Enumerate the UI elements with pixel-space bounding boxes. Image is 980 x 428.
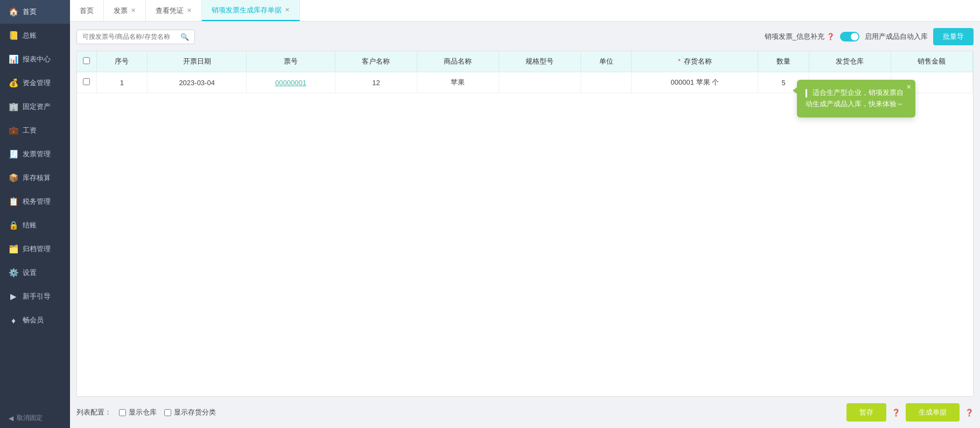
th-product: 商品名称	[417, 51, 499, 72]
td-checkbox	[77, 72, 96, 93]
tab-home[interactable]: 首页	[70, 0, 104, 21]
th-amount: 销售金额	[891, 51, 972, 72]
toolbar: 🔍 销项发票_信息补充 ❓ 启用产成品自动入库 批量导	[76, 28, 974, 45]
main-area: 首页 发票 ✕ 查看凭证 ✕ 销项发票生成库存单据 ✕ 🔍	[70, 0, 980, 428]
tab-stock-close[interactable]: ✕	[285, 6, 290, 13]
payroll-icon: 💼	[9, 126, 18, 135]
search-input[interactable]	[82, 33, 177, 40]
tooltip-close-button[interactable]: ×	[907, 83, 911, 91]
save-help-icon[interactable]: ❓	[892, 409, 900, 417]
sidebar-item-ledger[interactable]: 📒 总账	[0, 24, 70, 47]
sidebar-item-invoice[interactable]: 🧾 发票管理	[0, 142, 70, 166]
inventory-icon: 📦	[9, 173, 18, 183]
tab-invoice[interactable]: 发票 ✕	[104, 0, 146, 21]
tab-invoice-label: 发票	[114, 6, 128, 16]
td-stock: 000001 苹果 个	[632, 72, 758, 93]
sidebar-item-label: 税务管理	[23, 197, 51, 206]
td-unit	[580, 72, 632, 93]
save-button[interactable]: 暂存	[846, 403, 886, 422]
th-stock: * 存货名称	[632, 51, 758, 72]
member-icon: ♦	[9, 316, 18, 325]
sidebar-item-tax[interactable]: 📋 税务管理	[0, 190, 70, 213]
show-category-checkbox[interactable]	[164, 409, 171, 416]
show-category-label[interactable]: 显示存货分类	[164, 408, 216, 417]
generate-help-icon[interactable]: ❓	[965, 409, 974, 417]
toggle-indicator	[806, 89, 807, 98]
th-number: 票号	[247, 51, 335, 72]
content-area: 🔍 销项发票_信息补充 ❓ 启用产成品自动入库 批量导	[70, 22, 980, 428]
th-seq: 序号	[96, 51, 148, 72]
show-category-text: 显示存货分类	[174, 408, 216, 417]
tab-voucher[interactable]: 查看凭证 ✕	[146, 0, 202, 21]
td-spec	[499, 72, 580, 93]
generate-button[interactable]: 生成单据	[906, 403, 960, 422]
tooltip-popup: × 适合生产型企业，销项发票自动生成产成品入库，快来体验～	[797, 80, 915, 118]
sidebar-item-home[interactable]: 🏠 首页	[0, 0, 70, 24]
sidebar-item-label: 结账	[23, 220, 37, 230]
tax-icon: 📋	[9, 197, 18, 206]
toolbar-right: 销项发票_信息补充 ❓ 启用产成品自动入库 批量导	[765, 28, 974, 45]
row-checkbox[interactable]	[83, 78, 90, 85]
help-icon[interactable]: ❓	[827, 33, 835, 40]
sidebar-item-label: 资金管理	[23, 78, 51, 88]
select-all-checkbox[interactable]	[83, 57, 90, 64]
sidebar-item-inventory[interactable]: 📦 库存核算	[0, 166, 70, 190]
settings-icon: ⚙️	[9, 268, 18, 278]
sidebar-item-label: 总账	[23, 31, 37, 40]
batch-button[interactable]: 批量导	[933, 28, 974, 45]
sidebar-item-member[interactable]: ♦ 畅会员	[0, 308, 70, 332]
sidebar-item-label: 归档管理	[23, 244, 51, 254]
sidebar-item-settings[interactable]: ⚙️ 设置	[0, 261, 70, 285]
sidebar-item-label: 报表中心	[23, 54, 51, 64]
sidebar-item-assets[interactable]: 🏢 固定资产	[0, 95, 70, 119]
th-unit: 单位	[580, 51, 632, 72]
bottom-right: 暂存 ❓ 生成单据 ❓	[846, 403, 974, 422]
sidebar-item-label: 畅会员	[23, 315, 44, 325]
toggle-thumb	[851, 33, 858, 40]
show-warehouse-checkbox[interactable]	[119, 409, 126, 416]
td-customer: 12	[335, 72, 417, 93]
table-header-row: 序号 开票日期 票号 客户名称 商品名称 规格型号 单位 * 存货名称 数量 发…	[77, 51, 973, 72]
guide-icon: ▶	[9, 292, 18, 301]
sidebar-item-closing[interactable]: 🔒 结账	[0, 213, 70, 237]
search-box[interactable]: 🔍	[76, 30, 195, 44]
show-warehouse-label[interactable]: 显示仓库	[119, 408, 157, 417]
toolbar-left: 🔍	[76, 30, 195, 44]
td-seq: 1	[96, 72, 148, 93]
bottom-left: 列表配置： 显示仓库 显示存货分类	[76, 408, 216, 417]
invoice-number-link[interactable]: 00000001	[275, 79, 306, 87]
ledger-icon: 📒	[9, 31, 18, 40]
tab-voucher-close[interactable]: ✕	[187, 7, 192, 14]
sidebar-item-label: 发票管理	[23, 149, 51, 159]
sidebar-footer[interactable]: ◀ 取消固定	[0, 408, 70, 428]
tab-invoice-close[interactable]: ✕	[131, 7, 136, 14]
toggle-track	[840, 32, 859, 42]
toggle-switch[interactable]	[840, 32, 859, 42]
sidebar-item-guide[interactable]: ▶ 新手引导	[0, 285, 70, 308]
config-label: 列表配置：	[76, 408, 111, 417]
sidebar-item-payroll[interactable]: 💼 工资	[0, 119, 70, 142]
assets-icon: 🏢	[9, 102, 18, 112]
tab-stock[interactable]: 销项发票生成库存单据 ✕	[202, 0, 300, 21]
sidebar-item-label: 固定资产	[23, 102, 51, 112]
reports-icon: 📊	[9, 54, 18, 64]
home-icon: 🏠	[9, 7, 18, 17]
sidebar-item-label: 新手引导	[23, 292, 51, 301]
th-warehouse: 发货仓库	[809, 51, 891, 72]
th-date: 开票日期	[148, 51, 247, 72]
sidebar-item-funds[interactable]: 💰 资金管理	[0, 71, 70, 95]
tooltip-text: 适合生产型企业，销项发票自动生成产成品入库，快来体验～	[806, 88, 904, 108]
th-customer: 客户名称	[335, 51, 417, 72]
sidebar-item-label: 工资	[23, 126, 37, 135]
sidebar-item-reports[interactable]: 📊 报表中心	[0, 47, 70, 71]
sidebar-item-label: 设置	[23, 268, 37, 278]
td-product: 苹果	[417, 72, 499, 93]
required-mark: *	[678, 57, 681, 65]
sidebar: 🏠 首页 📒 总账 📊 报表中心 💰 资金管理 🏢 固定资产 💼 工资 🧾 发票…	[0, 0, 70, 428]
search-icon: 🔍	[180, 33, 189, 41]
sidebar-item-archive[interactable]: 🗂️ 归档管理	[0, 237, 70, 261]
bottom-bar: 列表配置： 显示仓库 显示存货分类 暂存 ❓ 生成单据 ❓	[76, 397, 974, 422]
show-warehouse-text: 显示仓库	[129, 408, 157, 417]
sidebar-item-label: 首页	[23, 7, 37, 17]
th-quantity: 数量	[758, 51, 809, 72]
